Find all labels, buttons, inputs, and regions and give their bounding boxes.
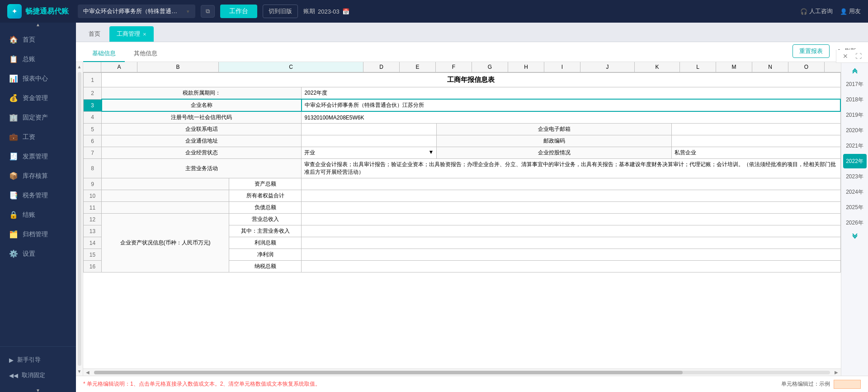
- sidebar-item-guide[interactable]: ▶ 新手引导: [0, 352, 76, 368]
- year-2025[interactable]: 2025年: [843, 200, 867, 215]
- year-2022[interactable]: 2022年: [843, 154, 867, 168]
- sidebar-item-reports[interactable]: 📊 报表中心: [0, 69, 76, 88]
- scroll-down-btn[interactable]: ▼: [77, 367, 82, 376]
- phone-value[interactable]: [302, 124, 437, 135]
- tab-active[interactable]: 工商管理 ×: [109, 26, 154, 42]
- col-header-list: A B C D E F G H I J K L M: [101, 62, 841, 72]
- scroll-left-btn[interactable]: ◀: [83, 370, 92, 375]
- sidebar-item-inventory[interactable]: 📦 库存核算: [0, 166, 76, 186]
- col-header-A[interactable]: A: [101, 62, 137, 72]
- tab-close-button[interactable]: ×: [143, 31, 146, 38]
- workbench-button[interactable]: 工作台: [220, 5, 257, 18]
- sidebar-label-guide: 新手引导: [17, 356, 41, 364]
- col-header-B[interactable]: B: [137, 62, 219, 72]
- col-header-E[interactable]: E: [400, 62, 436, 72]
- liabilities-value[interactable]: [302, 202, 840, 214]
- year-2021[interactable]: 2021年: [843, 139, 867, 153]
- sidebar-item-payroll[interactable]: 💼 工资: [0, 127, 76, 147]
- old-version-button[interactable]: 切到旧版: [263, 5, 298, 18]
- main-biz-value[interactable]: 审查企业会计报表；出具审计报告；验证企业资本；出具验资报告；办理企业合并、分立、…: [302, 159, 840, 178]
- sub-tab-basic[interactable]: 基础信息: [83, 46, 125, 62]
- col-header-I[interactable]: I: [544, 62, 580, 72]
- sub-tabs: 基础信息 其他信息: [83, 42, 793, 62]
- title-cell[interactable]: 工商年报信息表: [102, 73, 841, 87]
- table-row: 1 工商年报信息表: [84, 73, 841, 87]
- row-num-8: 8: [84, 159, 102, 178]
- postcode-value[interactable]: [672, 135, 840, 147]
- year-2023[interactable]: 2023年: [843, 169, 867, 184]
- profit-value[interactable]: [302, 237, 840, 249]
- net-profit-value[interactable]: [302, 249, 840, 261]
- sub-tab-other[interactable]: 其他信息: [125, 46, 166, 62]
- tax-total-value[interactable]: [302, 261, 840, 272]
- year-2024[interactable]: 2024年: [843, 185, 867, 199]
- sidebar-label-invoice: 发票管理: [23, 153, 48, 161]
- period-label-cell: 税款所属期间：: [102, 87, 302, 100]
- row-num-16: 16: [84, 261, 102, 272]
- sidebar-label-inventory: 库存核算: [23, 172, 48, 180]
- col-header-F[interactable]: F: [436, 62, 472, 72]
- col-header-K[interactable]: K: [635, 62, 680, 72]
- year-2026[interactable]: 2026年: [843, 215, 867, 230]
- col-header-H[interactable]: H: [508, 62, 544, 72]
- col-header-O[interactable]: O: [788, 62, 825, 72]
- scroll-right-btn[interactable]: ▶: [832, 370, 841, 375]
- sidebar-item-finance[interactable]: 💰 资金管理: [0, 88, 76, 108]
- year-2018[interactable]: 2018年: [843, 92, 867, 107]
- horizontal-scrollbar[interactable]: ◀ ▶: [83, 368, 841, 376]
- close-window-button[interactable]: ✕: [840, 52, 851, 61]
- company-name-value[interactable]: 中审众环会计师事务所（特殊普通合伙）江苏分所: [302, 99, 840, 111]
- closing-icon: 🔒: [9, 210, 18, 219]
- calendar-icon[interactable]: 📅: [342, 8, 349, 15]
- sidebar-scroll-up[interactable]: ▲: [0, 23, 76, 26]
- sidebar-item-settings[interactable]: ⚙️ 设置: [0, 244, 76, 263]
- year-2019[interactable]: 2019年: [843, 108, 867, 122]
- sidebar-item-ledger[interactable]: 📋 总账: [0, 49, 76, 69]
- user-menu[interactable]: 👤 用友: [840, 7, 861, 15]
- period-value-cell[interactable]: 2022年度: [302, 87, 840, 100]
- scroll-up-btn[interactable]: ▲: [77, 62, 82, 71]
- email-value[interactable]: [672, 124, 840, 135]
- revenue-value[interactable]: [302, 214, 840, 225]
- company-selector[interactable]: 中审众环会计师事务所（特殊普通合伙... ▼: [78, 5, 195, 18]
- reset-report-button[interactable]: 重置报表: [793, 44, 830, 58]
- period-info: 账期 2023-03 📅: [303, 7, 349, 15]
- reg-num-value[interactable]: 91320100MA208E5W6K: [302, 111, 840, 124]
- col-header-J[interactable]: J: [580, 62, 635, 72]
- total-assets-value[interactable]: [302, 178, 840, 190]
- col-header-N[interactable]: N: [752, 62, 788, 72]
- sidebar-item-assets[interactable]: 🏢 固定资产: [0, 108, 76, 127]
- customer-service[interactable]: 🎧 人工咨询: [800, 7, 833, 15]
- year-2017[interactable]: 2017年: [843, 77, 867, 91]
- equity-label: 所有者权益合计: [229, 190, 302, 202]
- holding-value[interactable]: 私营企业: [672, 147, 840, 159]
- profit-label: 利润总额: [229, 237, 302, 249]
- col-header-L[interactable]: L: [680, 62, 716, 72]
- equity-value[interactable]: [302, 190, 840, 202]
- copy-button[interactable]: ⧉: [201, 5, 215, 18]
- sidebar-item-home[interactable]: 🏠 首页: [0, 30, 76, 49]
- sidebar-item-tax[interactable]: 📑 税务管理: [0, 186, 76, 205]
- resize-window-button[interactable]: ⛶: [853, 52, 864, 61]
- sidebar-item-closing[interactable]: 🔒 结账: [0, 205, 76, 225]
- year-nav-down[interactable]: [847, 231, 863, 242]
- col-header-C[interactable]: C: [219, 62, 363, 72]
- sidebar-scroll-down[interactable]: ▼: [0, 388, 76, 392]
- vertical-scrollbar[interactable]: ▲ ▼: [76, 62, 83, 376]
- sidebar-item-archive[interactable]: 🗂️ 归档管理: [0, 225, 76, 244]
- h-scroll-thumb: [94, 371, 683, 374]
- sidebar-item-unpin[interactable]: ◀◀ 取消固定: [0, 368, 76, 383]
- tab-home[interactable]: 首页: [81, 26, 108, 42]
- user-label: 用友: [849, 7, 861, 15]
- col-header-M[interactable]: M: [716, 62, 752, 72]
- sidebar-item-invoice[interactable]: 🧾 发票管理: [0, 147, 76, 166]
- year-nav-up[interactable]: [847, 65, 863, 76]
- col-header-G[interactable]: G: [472, 62, 508, 72]
- col-header-D[interactable]: D: [363, 62, 400, 72]
- main-revenue-value[interactable]: [302, 225, 840, 237]
- table-row: 8 主营业务活动 审查企业会计报表；出具审计报告；验证企业资本；出具验资报告；办…: [84, 159, 841, 178]
- address-value[interactable]: [302, 135, 437, 147]
- col-header-P[interactable]: P: [825, 62, 841, 72]
- year-2020[interactable]: 2020年: [843, 123, 867, 138]
- biz-status-value[interactable]: 开业 ▼: [302, 147, 437, 159]
